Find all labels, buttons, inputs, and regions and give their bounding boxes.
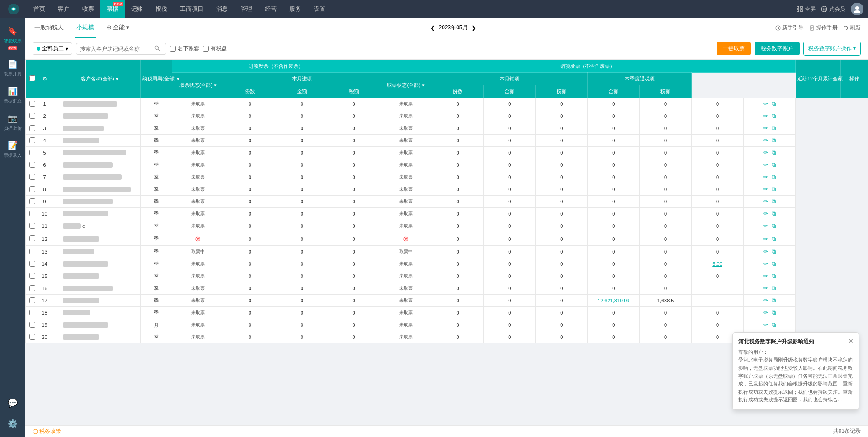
copy-btn[interactable]: ⧉ [772,137,776,144]
one-key-ticket-btn[interactable]: 一键取票 [717,42,751,55]
sidebar-item-settings2[interactable]: ⚙️ [1,415,24,432]
row-checkbox[interactable] [29,334,35,340]
copy-btn[interactable]: ⧉ [772,210,776,217]
row-checkbox[interactable] [29,150,35,155]
nav-home[interactable]: 首页 [27,0,52,18]
date-prev-btn[interactable]: ❮ [430,25,435,31]
sidebar-item-entry[interactable]: 📝 票据录入 [1,137,24,162]
copy-btn[interactable]: ⧉ [772,186,776,193]
fullscreen-btn[interactable]: 全屏 [797,5,816,13]
nav-settings[interactable]: 设置 [307,0,332,18]
copy-btn[interactable]: ⧉ [772,285,776,291]
member-btn[interactable]: 购 购会员 [821,5,845,13]
row-checkbox[interactable] [29,137,35,143]
copy-btn[interactable]: ⧉ [772,297,776,304]
nav-ticket[interactable]: 票据 new [100,0,125,18]
row-checkbox[interactable] [29,322,35,328]
edit-btn[interactable]: ✏ [763,161,768,168]
copy-btn[interactable]: ⧉ [772,113,776,119]
row-checkbox[interactable] [29,297,35,303]
sidebar-item-summary[interactable]: 📊 票据汇总 [1,83,24,108]
nav-manage[interactable]: 管理 [234,0,259,18]
edit-btn[interactable]: ✏ [763,248,768,255]
notification-close-btn[interactable]: ✕ [849,338,853,346]
row-checkbox[interactable] [29,310,35,315]
nav-message[interactable]: 消息 [210,0,234,18]
nav-accounting[interactable]: 记账 [125,0,149,18]
copy-btn[interactable]: ⧉ [772,222,776,229]
sidebar-item-open[interactable]: 📄 发票开具 [1,56,24,81]
nav-service[interactable]: 服务 [283,0,307,18]
row-checkbox[interactable] [29,285,35,291]
row-checkbox[interactable] [29,113,35,119]
sidebar-item-help[interactable]: 💬 [1,395,24,412]
row-checkbox[interactable] [29,261,35,267]
row-checkbox[interactable] [29,235,35,241]
tax-policy-link[interactable]: i 税务政策 [33,428,61,435]
nav-client[interactable]: 客户 [52,0,76,18]
edit-btn[interactable]: ✏ [763,186,768,193]
edit-btn[interactable]: ✏ [763,222,768,229]
nav-receipt[interactable]: 收票 [76,0,100,18]
copy-btn[interactable]: ⧉ [772,100,776,107]
edit-btn[interactable]: ✏ [763,235,768,242]
row-checkbox[interactable] [29,125,35,131]
row-checkbox[interactable] [29,249,35,254]
date-next-btn[interactable]: ❯ [472,25,476,31]
tax-digital-op-btn[interactable]: 税务数字账户操作 ▾ [803,42,861,56]
edit-btn[interactable]: ✏ [763,125,768,132]
edit-btn[interactable]: ✏ [763,309,768,316]
sidebar-item-smartticket[interactable]: 🔖 智能取票 new [1,23,24,54]
edit-btn[interactable]: ✏ [763,198,768,205]
downsheet-checkbox[interactable] [170,46,176,52]
row-checkbox[interactable] [29,223,35,229]
tax-digital-btn[interactable]: 税务数字账户 [755,42,800,55]
row-checkbox[interactable] [29,198,35,204]
row-checkbox[interactable] [29,186,35,192]
refresh-btn[interactable]: 刷新 [843,24,861,32]
downsheet-filter[interactable]: 名下账套 [170,45,199,52]
copy-btn[interactable]: ⧉ [772,125,776,132]
subnav-all[interactable]: ⊕全能 ▾ [105,18,131,38]
copy-btn[interactable]: ⧉ [772,235,776,242]
nav-operation[interactable]: 经营 [259,0,283,18]
edit-btn[interactable]: ✏ [763,273,768,279]
employee-filter[interactable]: 全部员工 ▾ [33,42,72,55]
select-all-checkbox[interactable] [29,75,35,81]
edit-btn[interactable]: ✏ [763,100,768,107]
nav-tax[interactable]: 报税 [149,0,174,18]
subnav-small[interactable]: 小规模 [75,18,96,38]
taxpad-checkbox[interactable] [203,46,209,52]
taxpad-filter[interactable]: 有税盘 [203,45,227,52]
row-checkbox[interactable] [29,162,35,168]
copy-btn[interactable]: ⧉ [772,161,776,168]
row-checkbox[interactable] [29,273,35,279]
nav-business[interactable]: 工商项目 [174,0,210,18]
edit-btn[interactable]: ✏ [763,210,768,217]
copy-btn[interactable]: ⧉ [772,321,776,328]
copy-btn[interactable]: ⧉ [772,260,776,267]
search-button[interactable] [154,45,160,52]
subnav-general[interactable]: 一般纳税人 [33,18,66,38]
edit-btn[interactable]: ✏ [763,149,768,156]
copy-btn[interactable]: ⧉ [772,174,776,180]
edit-btn[interactable]: ✏ [763,297,768,304]
manual-btn[interactable]: 操作手册 [809,24,838,32]
edit-btn[interactable]: ✏ [763,260,768,267]
copy-btn[interactable]: ⧉ [772,273,776,279]
user-avatar[interactable] [851,3,863,15]
row-checkbox[interactable] [29,211,35,216]
edit-btn[interactable]: ✏ [763,285,768,291]
copy-btn[interactable]: ⧉ [772,149,776,156]
sidebar-item-scan[interactable]: 📷 扫描上传 [1,110,24,135]
app-logo[interactable] [5,0,23,18]
search-input[interactable] [80,46,152,52]
row-checkbox[interactable] [29,174,35,180]
new-guide-btn[interactable]: ✦ 新手引导 [775,24,804,32]
edit-btn[interactable]: ✏ [763,113,768,119]
copy-btn[interactable]: ⧉ [772,248,776,255]
row-checkbox[interactable] [29,101,35,107]
edit-btn[interactable]: ✏ [763,137,768,144]
copy-btn[interactable]: ⧉ [772,198,776,205]
edit-btn[interactable]: ✏ [763,321,768,328]
